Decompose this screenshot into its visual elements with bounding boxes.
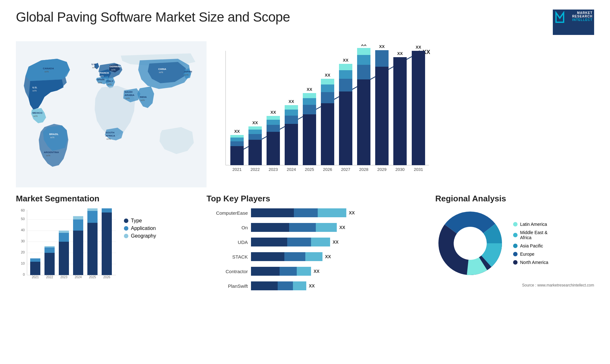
svg-text:2031: 2031 [414,167,423,172]
svg-rect-51 [267,132,280,165]
type-dot [124,219,128,223]
asia-pacific-dot [513,244,518,248]
svg-text:XX: XX [343,58,349,63]
svg-rect-127 [87,219,98,275]
svg-text:2026: 2026 [323,167,332,172]
svg-text:2030: 2030 [396,167,405,172]
svg-rect-53 [267,120,280,125]
player-bar-value: XX [333,239,339,245]
player-name: PlanSwift [207,283,248,289]
svg-text:xx%: xx% [107,83,112,85]
europe-dot [513,252,518,256]
svg-text:2025: 2025 [305,167,314,172]
player-bar-value: XX [339,225,345,230]
svg-rect-59 [285,110,298,116]
player-name: On [207,225,248,230]
svg-text:XX: XX [270,110,276,115]
player-bar-mid [289,223,316,232]
logo-area: MARKET RESEARCH INTELLECT [553,10,594,35]
svg-text:XX: XX [379,44,385,49]
svg-text:SAUDI: SAUDI [125,91,132,93]
svg-text:0: 0 [23,273,25,276]
svg-text:ITALY: ITALY [106,80,113,83]
svg-text:XX: XX [416,45,421,50]
legend-latin-america: Latin America [513,222,548,227]
regional-legend: Latin America Middle East &Africa Asia P… [513,222,548,265]
svg-text:ARABIA: ARABIA [125,94,134,97]
player-bar-light [305,252,322,261]
player-bar-container: XX [251,208,426,217]
player-row: PlanSwift XX [207,281,426,290]
svg-rect-58 [285,116,298,124]
svg-rect-47 [248,130,262,134]
players-section: Top Key Players ComputerEase XX On XX UD… [207,194,426,296]
player-row: UDA XX [207,238,426,246]
logo-line3: INTELLECT [572,18,593,22]
players-title: Top Key Players [207,194,426,204]
svg-text:2024: 2024 [287,167,296,172]
svg-rect-120 [59,233,69,242]
regional-section: Regional Analysis [435,194,594,296]
svg-rect-52 [267,125,280,132]
latin-america-dot [513,222,518,226]
svg-text:xx%: xx% [44,71,49,73]
svg-rect-81 [357,79,370,165]
svg-text:xx%: xx% [46,154,50,157]
player-bar-mid [280,267,297,276]
svg-text:MEXICO: MEXICO [32,111,43,114]
map-section: CANADA xx% U.S. xx% MEXICO xx% BRAZIL xx… [16,41,207,187]
logo-line1: MARKET [572,11,593,15]
legend-europe: Europe [513,252,548,257]
svg-text:2021: 2021 [233,167,242,172]
svg-text:2027: 2027 [341,167,350,172]
svg-rect-75 [339,91,352,165]
svg-rect-54 [267,116,280,120]
svg-rect-113 [30,259,40,262]
svg-text:2026: 2026 [103,275,111,279]
player-bar-light [316,223,337,232]
player-row: STACK XX [207,252,426,261]
svg-text:2025: 2025 [89,275,96,279]
svg-text:xx%: xx% [98,82,102,84]
svg-text:xx%: xx% [50,136,54,138]
svg-text:JAPAN: JAPAN [184,70,192,73]
svg-rect-88 [375,50,389,67]
north-america-dot [513,260,518,265]
svg-text:xx%: xx% [184,74,188,76]
svg-rect-66 [303,93,316,98]
player-bar-dark [251,238,287,246]
svg-rect-83 [357,55,370,65]
source-text: Source : www.marketresearchintellect.com [435,283,594,287]
world-map: CANADA xx% U.S. xx% MEXICO xx% BRAZIL xx… [16,41,207,187]
legend-type: Type [124,218,156,224]
logo-box: MARKET RESEARCH INTELLECT [553,10,594,35]
svg-rect-77 [339,70,352,79]
player-name: Contractor [207,269,248,274]
page: Global Paving Software Market Size and S… [0,0,610,364]
svg-rect-78 [339,64,352,70]
svg-text:SPAIN: SPAIN [97,78,105,81]
legend-middle-east: Middle East &Africa [513,230,548,240]
svg-text:2028: 2028 [359,167,369,172]
player-bar-dark [251,281,278,290]
svg-rect-84 [357,48,370,55]
svg-rect-39 [230,146,244,165]
svg-rect-63 [303,114,316,165]
svg-text:XX: XX [361,44,367,47]
players-list: ComputerEase XX On XX UDA XX [207,208,426,290]
logo-line2: RESEARCH [572,15,593,18]
svg-text:SOUTH: SOUTH [105,131,114,134]
svg-text:xx%: xx% [99,75,104,77]
svg-text:2022: 2022 [46,275,53,279]
svg-rect-121 [59,231,69,233]
player-bar-dark [251,252,284,261]
player-row: ComputerEase XX [207,208,426,217]
segmentation-section: Market Segmentation 0 10 20 30 [16,194,197,296]
player-bar-light [311,238,330,246]
player-bar-mid [287,238,311,246]
svg-rect-87 [375,67,389,165]
legend-type-label: Type [131,218,142,224]
svg-text:INDIA: INDIA [140,96,147,98]
svg-rect-69 [321,103,334,165]
svg-text:10: 10 [21,261,25,265]
